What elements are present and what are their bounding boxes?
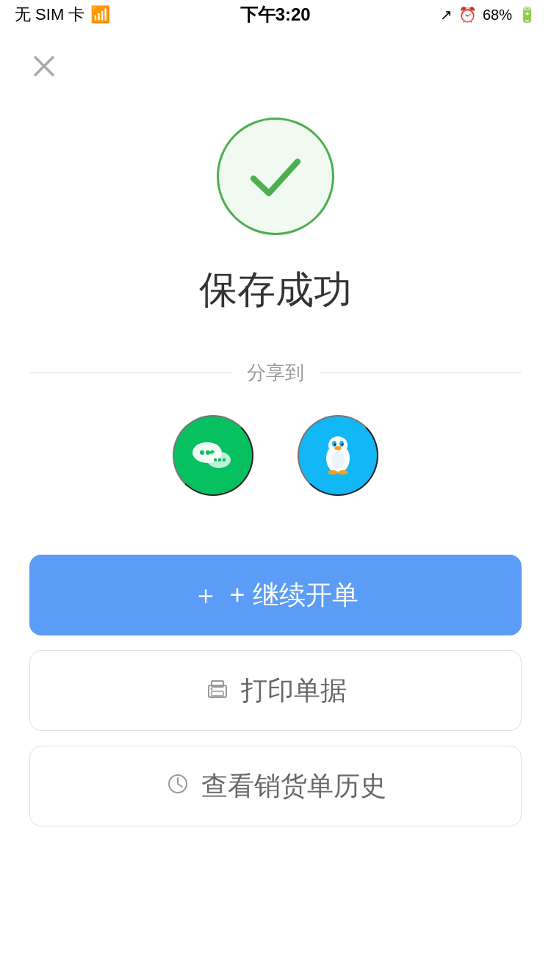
svg-point-19 bbox=[331, 451, 345, 469]
share-divider: 分享到 bbox=[29, 360, 522, 386]
close-icon bbox=[31, 53, 57, 79]
qq-share-button[interactable] bbox=[298, 415, 378, 496]
share-icons-row bbox=[173, 415, 378, 496]
divider-left bbox=[29, 372, 232, 373]
svg-point-15 bbox=[342, 444, 344, 446]
success-title: 保存成功 bbox=[199, 264, 352, 316]
status-right: ↗ ⏰ 68% 🔋 bbox=[440, 6, 536, 24]
alarm-icon: ⏰ bbox=[458, 6, 477, 24]
history-button[interactable]: 查看销货单历史 bbox=[29, 746, 522, 826]
checkmark-icon bbox=[242, 143, 309, 209]
battery-icon: 🔋 bbox=[518, 6, 536, 24]
share-label: 分享到 bbox=[247, 360, 304, 386]
svg-point-9 bbox=[223, 458, 226, 461]
close-button[interactable] bbox=[22, 44, 66, 88]
svg-point-8 bbox=[218, 458, 221, 461]
print-icon bbox=[204, 675, 231, 706]
svg-point-23 bbox=[211, 688, 213, 691]
svg-point-3 bbox=[200, 450, 204, 455]
svg-point-14 bbox=[334, 444, 336, 446]
svg-point-17 bbox=[328, 470, 338, 475]
no-sim-text: 无 SIM 卡 bbox=[15, 4, 84, 26]
wechat-icon bbox=[188, 430, 238, 480]
print-button[interactable]: 打印单据 bbox=[29, 650, 522, 731]
divider-right bbox=[319, 372, 522, 373]
print-label: 打印单据 bbox=[241, 673, 347, 709]
history-label: 查看销货单历史 bbox=[201, 768, 386, 804]
wechat-share-button[interactable] bbox=[173, 415, 253, 496]
svg-point-7 bbox=[214, 458, 217, 461]
continue-button[interactable]: ＋ + 继续开单 bbox=[29, 555, 522, 635]
status-bar: 无 SIM 卡 📶 下午3:20 ↗ ⏰ 68% 🔋 bbox=[0, 0, 551, 29]
svg-point-4 bbox=[206, 450, 210, 455]
qq-icon bbox=[313, 430, 363, 480]
wifi-icon: 📶 bbox=[90, 5, 110, 24]
svg-rect-22 bbox=[212, 691, 223, 696]
plus-icon: ＋ bbox=[192, 582, 219, 608]
action-buttons: ＋ + 继续开单 打印单据 查看销货单历史 bbox=[29, 555, 522, 826]
history-icon bbox=[165, 771, 191, 801]
success-circle bbox=[217, 118, 334, 235]
status-left: 无 SIM 卡 📶 bbox=[15, 4, 110, 26]
main-content: 保存成功 分享到 bbox=[0, 88, 551, 980]
continue-label: + 继续开单 bbox=[229, 577, 358, 613]
battery-text: 68% bbox=[483, 7, 512, 24]
svg-point-18 bbox=[338, 470, 348, 475]
location-icon: ↗ bbox=[440, 6, 453, 24]
svg-point-16 bbox=[334, 446, 342, 450]
status-time: 下午3:20 bbox=[240, 3, 311, 26]
